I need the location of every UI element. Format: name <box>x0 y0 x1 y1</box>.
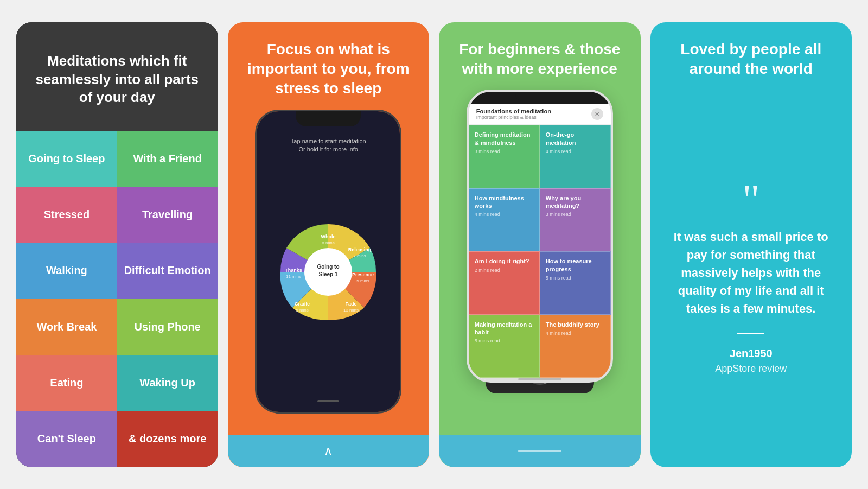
center-label-2: Sleep 1 <box>319 271 338 277</box>
phone3-cell-4[interactable]: Am I doing it right? 2 mins read <box>469 251 540 315</box>
phone-bottom-bar-2 <box>317 390 339 412</box>
cell-title-3: Why are you meditating? <box>546 194 605 210</box>
sublabel-cradle: 5 mins <box>296 308 309 313</box>
card3-header: For beginners & those with more experien… <box>439 22 641 90</box>
sublabel-thanks: 11 mins <box>286 274 301 279</box>
quote-text: It was such a small price to pay for som… <box>668 228 835 317</box>
grid-cant-sleep[interactable]: Can't Sleep <box>16 411 117 467</box>
card-meditations: Meditations which fit seamlessly into al… <box>16 22 218 467</box>
sublabel-whole: 8 mins <box>322 240 335 245</box>
card2-title: Focus on what is important to you, from … <box>247 41 410 97</box>
card3-bottom <box>439 435 641 467</box>
sublabel-presence: 5 mins <box>356 278 369 283</box>
grid-going-to-sleep[interactable]: Going to Sleep <box>16 131 117 187</box>
cell-meta-5: 5 mins read <box>546 275 605 281</box>
phone3-cell-0[interactable]: Defining meditation & mindfulness 3 mins… <box>469 125 540 188</box>
phone3-title: Foundations of meditation <box>476 108 591 115</box>
wheel-container: Going to Sleep 1 Whole 8 mins Releasing … <box>257 154 400 390</box>
phone3-cell-2[interactable]: How mindfulness works 4 mins read <box>469 188 540 252</box>
card4-header: Loved by people all around the world <box>650 22 852 90</box>
label-thanks: Thanks <box>285 268 302 273</box>
label-releasing: Releasing <box>348 247 372 252</box>
cell-title-2: How mindfulness works <box>475 194 534 210</box>
label-fade: Fade <box>346 301 357 307</box>
phone-frame-2: Tap name to start meditation Or hold it … <box>255 110 401 414</box>
cell-meta-0: 3 mins read <box>475 149 534 154</box>
quote-source: AppStore review <box>715 363 787 374</box>
grid-waking-up[interactable]: Waking Up <box>117 355 218 411</box>
grid-walking[interactable]: Walking <box>16 243 117 299</box>
phone-mockup-2: Tap name to start meditation Or hold it … <box>228 110 430 435</box>
cell-title-4: Am I doing it right? <box>475 257 534 265</box>
grid-stressed[interactable]: Stressed <box>16 187 117 243</box>
card4-content: " It was such a small price to pay for s… <box>650 90 852 467</box>
phone-instruction: Tap name to start meditation Or hold it … <box>291 137 366 154</box>
phone3-header: Foundations of meditation Important prin… <box>469 104 611 125</box>
cell-title-7: The buddhify story <box>546 321 605 328</box>
meditation-grid: Going to Sleep With a Friend Stressed Tr… <box>16 131 218 467</box>
grid-using-phone[interactable]: Using Phone <box>117 299 218 354</box>
center-label-1: Going to <box>317 264 340 270</box>
quote-author: Jen1950 <box>730 347 773 360</box>
grid-with-a-friend[interactable]: With a Friend <box>117 131 218 187</box>
main-container: Meditations which fit seamlessly into al… <box>0 0 868 489</box>
card-focus: Focus on what is important to you, from … <box>228 22 430 467</box>
cell-meta-6: 5 mins read <box>475 338 534 344</box>
label-whole: Whole <box>321 234 336 239</box>
cell-meta-3: 3 mins read <box>546 212 605 217</box>
card1-title: Meditations which fit seamlessly into al… <box>29 52 205 107</box>
phone3-cell-6[interactable]: Making meditation a habit 5 mins read <box>469 315 540 378</box>
cell-title-5: How to measure progress <box>546 257 605 273</box>
phone3-cell-1[interactable]: On-the-go meditation 4 mins read <box>540 125 611 188</box>
grid-travelling[interactable]: Travelling <box>117 187 218 243</box>
cell-title-1: On-the-go meditation <box>546 131 605 147</box>
grid-work-break[interactable]: Work Break <box>16 299 117 354</box>
cell-meta-7: 4 mins read <box>546 331 605 336</box>
meditation-wheel: Going to Sleep 1 Whole 8 mins Releasing … <box>269 212 388 332</box>
phone-mockup-3: Solo Timer Meditate independently <box>439 90 641 434</box>
card-testimonial: Loved by people all around the world " I… <box>650 22 852 467</box>
phone3-cell-3[interactable]: Why are you meditating? 3 mins read <box>540 188 611 252</box>
card2-bottom: ∧ <box>228 435 430 467</box>
grid-dozens-more[interactable]: & dozens more <box>117 411 218 467</box>
sublabel-releasing: 7 mins <box>353 253 366 258</box>
grid-difficult-emotion[interactable]: Difficult Emotion <box>117 243 218 299</box>
phone-frame-3: Foundations of meditation Important prin… <box>467 90 613 383</box>
cell-meta-4: 2 mins read <box>475 268 534 273</box>
phone3-subtitle: Important principles & ideas <box>476 115 591 120</box>
card2-header: Focus on what is important to you, from … <box>228 22 430 110</box>
phone-notch-2 <box>296 111 361 126</box>
sublabel-fade: 13 mins <box>343 308 359 313</box>
cell-meta-1: 4 mins read <box>546 149 605 154</box>
cell-title-0: Defining meditation & mindfulness <box>475 131 534 147</box>
card1-header: Meditations which fit seamlessly into al… <box>16 22 218 131</box>
card3-title: For beginners & those with more experien… <box>459 41 620 77</box>
quote-marks: " <box>742 182 760 217</box>
card4-title: Loved by people all around the world <box>680 41 821 77</box>
label-cradle: Cradle <box>295 301 310 307</box>
phone3-title-section: Foundations of meditation Important prin… <box>476 108 591 120</box>
phone-screen-2: Tap name to start meditation Or hold it … <box>257 111 400 412</box>
phone3-cell-7[interactable]: The buddhify story 4 mins read <box>540 315 611 378</box>
cell-title-6: Making meditation a habit <box>475 321 534 336</box>
close-button[interactable]: ✕ <box>591 108 603 120</box>
label-presence: Presence <box>352 272 374 277</box>
grid-eating[interactable]: Eating <box>16 355 117 411</box>
phone3-cell-5[interactable]: How to measure progress 5 mins read <box>540 251 611 315</box>
cell-meta-2: 4 mins read <box>475 212 534 217</box>
phone3-grid: Defining meditation & mindfulness 3 mins… <box>469 125 611 378</box>
quote-divider <box>737 333 764 334</box>
card-experience: For beginners & those with more experien… <box>439 22 641 467</box>
